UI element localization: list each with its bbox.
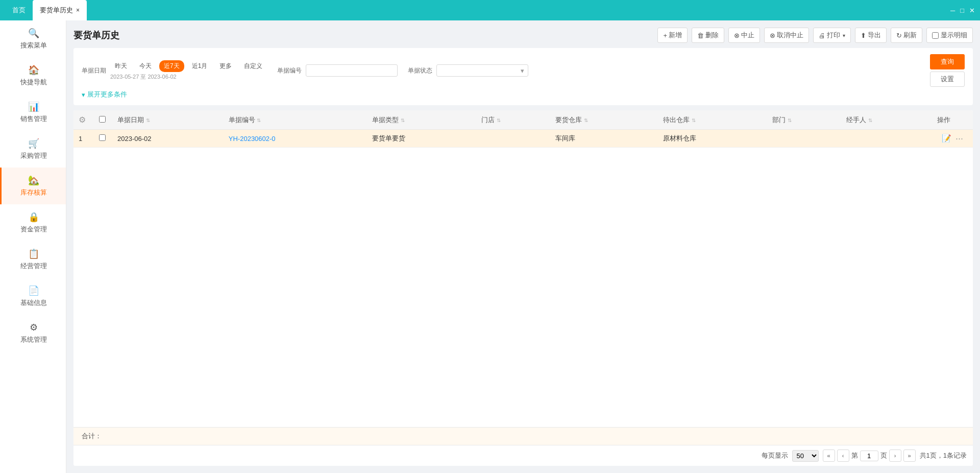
sort-bill-type-icon[interactable]: ⇅ — [401, 117, 405, 123]
inventory-calc-icon: 🏡 — [28, 175, 39, 186]
sort-store-icon[interactable]: ⇅ — [497, 117, 501, 123]
query-button[interactable]: 查询 — [930, 54, 965, 69]
page-label: 第 — [851, 451, 858, 460]
sidebar-item-search-menu-label: 搜索菜单 — [20, 41, 47, 50]
show-detail-toggle[interactable]: 显示明细 — [926, 28, 973, 43]
print-icon: 🖨 — [819, 32, 825, 39]
bill-status-select[interactable] — [436, 64, 528, 77]
sort-department-icon[interactable]: ⇅ — [788, 117, 792, 123]
bill-no-link[interactable]: YH-20230602-0 — [229, 135, 276, 143]
tab-home[interactable]: 首页 — [5, 0, 33, 20]
date-btn-custom[interactable]: 自定义 — [239, 60, 267, 72]
sort-date-icon[interactable]: ⇅ — [146, 117, 150, 123]
row-handler — [841, 130, 932, 148]
sidebar-item-system-mgmt-label: 系统管理 — [20, 335, 47, 344]
sidebar-item-quick-nav[interactable]: 🏠 快捷导航 — [0, 57, 66, 94]
date-btn-last1month[interactable]: 近1月 — [187, 60, 212, 72]
sidebar-item-sales-mgmt-label: 销售管理 — [20, 114, 47, 124]
show-detail-label: 显示明细 — [941, 31, 967, 40]
next-page-btn[interactable]: › — [889, 450, 901, 462]
th-settings: ⚙ — [74, 110, 94, 130]
new-icon: + — [663, 32, 667, 39]
finance-mgmt-icon: 🔒 — [28, 211, 39, 223]
cancel-stop-icon: ⊗ — [770, 32, 775, 39]
th-handler: 经手人 ⇅ — [841, 110, 932, 130]
print-button[interactable]: 🖨 打印 ▾ — [813, 28, 851, 43]
sort-bill-no-icon[interactable]: ⇅ — [257, 117, 261, 123]
sidebar-item-operations-mgmt[interactable]: 📋 经营管理 — [0, 241, 66, 278]
sidebar-item-purchase-mgmt-label: 采购管理 — [20, 151, 47, 160]
sort-req-warehouse-icon[interactable]: ⇅ — [584, 117, 588, 123]
bill-no-filter-group: 单据编号 — [277, 64, 398, 77]
maximize-icon[interactable]: □ — [960, 7, 964, 14]
summary-bar: 合计： — [74, 427, 973, 445]
expand-more-icon: ▾ — [82, 91, 85, 99]
sort-handler-icon[interactable]: ⇅ — [868, 117, 872, 123]
close-tab-icon[interactable]: × — [76, 7, 80, 14]
tab-requisition-history[interactable]: 要货单历史 × — [33, 0, 87, 20]
pagination-bar: 每页显示 50 10 20 100 « ‹ 第 页 › » 共1页，1条记录 — [74, 445, 973, 466]
select-all-checkbox[interactable] — [99, 116, 106, 123]
refresh-button[interactable]: ↻ 刷新 — [891, 28, 922, 43]
row-checkbox[interactable] — [99, 134, 106, 141]
sidebar-item-finance-mgmt[interactable]: 🔒 资金管理 — [0, 204, 66, 241]
sidebar-item-system-mgmt[interactable]: ⚙ 系统管理 — [0, 315, 66, 351]
main-layout: 🔍 搜索菜单 🏠 快捷导航 📊 销售管理 🛒 采购管理 🏡 库存核算 🔒 资金管… — [0, 20, 980, 473]
date-range-display: 2023-05-27 至 2023-06-02 — [110, 73, 267, 81]
sidebar-item-search-menu[interactable]: 🔍 搜索菜单 — [0, 20, 66, 57]
date-filter-label: 单据日期 — [82, 66, 106, 75]
sales-mgmt-icon: 📊 — [28, 101, 39, 112]
th-req-warehouse: 要货仓库 ⇅ — [550, 110, 658, 130]
row-more-icon[interactable]: ⋯ — [955, 134, 963, 143]
date-btn-today[interactable]: 今天 — [135, 60, 156, 72]
th-department-label: 部门 — [772, 116, 786, 124]
row-edit-icon[interactable]: 📝 — [942, 134, 951, 143]
tab-requisition-history-label: 要货单历史 — [40, 6, 73, 15]
page-input[interactable] — [860, 451, 878, 461]
export-button[interactable]: ⬆ 导出 — [855, 28, 887, 43]
content-area: 要货单历史 + 新增 🗑 删除 ⊗ 中止 ⊗ 取消中止 — [66, 20, 980, 473]
last-page-btn[interactable]: » — [903, 450, 916, 462]
bill-status-label: 单据状态 — [408, 66, 432, 75]
sidebar-item-inventory-calc-label: 库存核算 — [20, 188, 47, 197]
refresh-icon: ↻ — [896, 32, 902, 39]
bill-no-input[interactable] — [306, 64, 398, 77]
stop-icon: ⊗ — [734, 32, 740, 39]
stop-button[interactable]: ⊗ 中止 — [728, 28, 760, 43]
show-detail-checkbox[interactable] — [932, 32, 939, 39]
prev-page-btn[interactable]: ‹ — [837, 450, 849, 462]
sidebar-item-inventory-calc[interactable]: 🏡 库存核算 — [0, 168, 66, 204]
sidebar-item-sales-mgmt[interactable]: 📊 销售管理 — [0, 94, 66, 131]
sidebar-item-purchase-mgmt[interactable]: 🛒 采购管理 — [0, 131, 66, 168]
data-table: ⚙ 单据日期 ⇅ 单据编号 ⇅ — [74, 110, 973, 148]
per-page-select[interactable]: 50 10 20 100 — [792, 450, 819, 462]
th-bill-type: 单据类型 ⇅ — [367, 110, 476, 130]
minimize-icon[interactable]: ─ — [950, 7, 955, 14]
export-icon: ⬆ — [861, 32, 866, 39]
sort-pending-warehouse-icon[interactable]: ⇅ — [692, 117, 696, 123]
cancel-stop-button[interactable]: ⊗ 取消中止 — [764, 28, 809, 43]
summary-label: 合计： — [82, 432, 102, 441]
expand-more-btn[interactable]: ▾ 展开更多条件 — [82, 90, 965, 99]
th-date: 单据日期 ⇅ — [112, 110, 224, 130]
th-req-warehouse-label: 要货仓库 — [555, 116, 582, 124]
first-page-btn[interactable]: « — [823, 450, 835, 462]
row-date: 2023-06-02 — [112, 130, 224, 148]
close-icon[interactable]: ✕ — [969, 7, 975, 14]
row-req-warehouse: 车间库 — [550, 130, 658, 148]
date-btn-more[interactable]: 更多 — [215, 60, 236, 72]
delete-button[interactable]: 🗑 删除 — [692, 28, 724, 43]
stop-button-label: 中止 — [741, 31, 754, 40]
settings-button[interactable]: 设置 — [930, 72, 965, 87]
sidebar-item-basic-info[interactable]: 📄 基础信息 — [0, 278, 66, 315]
search-menu-icon: 🔍 — [28, 28, 39, 39]
date-btn-yesterday[interactable]: 昨天 — [110, 60, 132, 72]
table-scroll-area[interactable]: ⚙ 单据日期 ⇅ 单据编号 ⇅ — [74, 110, 973, 427]
basic-info-icon: 📄 — [28, 285, 39, 296]
date-btn-last7days[interactable]: 近7天 — [159, 60, 184, 72]
page-title: 要货单历史 — [74, 29, 119, 41]
table-header-row: ⚙ 单据日期 ⇅ 单据编号 ⇅ — [74, 110, 973, 130]
table-settings-gear[interactable]: ⚙ — [79, 115, 86, 124]
new-button[interactable]: + 新增 — [657, 28, 688, 43]
th-pending-warehouse-label: 待出仓库 — [663, 116, 690, 124]
